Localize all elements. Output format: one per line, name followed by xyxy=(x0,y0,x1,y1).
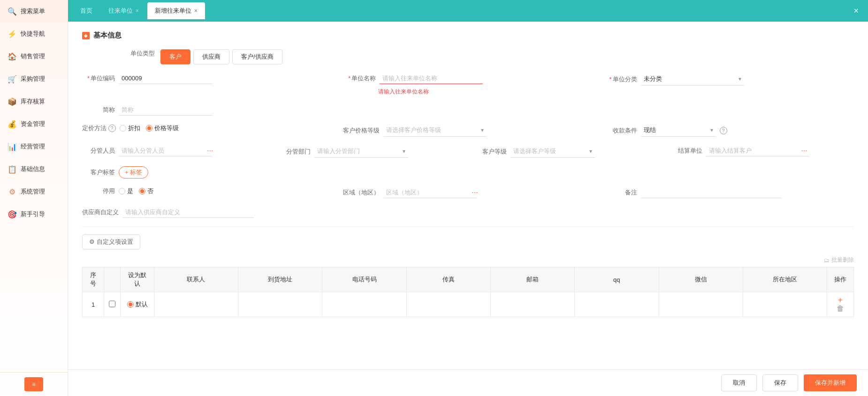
batch-delete-label[interactable]: 批量删除 xyxy=(831,256,854,264)
unit-name-input[interactable] xyxy=(380,73,483,84)
settlement-dots-btn[interactable]: ··· xyxy=(799,147,809,155)
region-input-group: ··· xyxy=(383,187,477,198)
supplier-custom-row: 供应商自定义 xyxy=(82,207,854,218)
row-phone-input[interactable] xyxy=(327,301,401,308)
region-label: 区域（地区） xyxy=(343,188,380,197)
finance-icon: 💰 xyxy=(8,119,17,129)
row-address-input[interactable] xyxy=(243,301,317,308)
unit-code-label: *单位编码 xyxy=(82,74,115,83)
customer-level-chevron: ▾ xyxy=(589,148,592,155)
section-header: ◆ 基本信息 xyxy=(82,31,854,40)
department-chevron: ▾ xyxy=(403,148,405,155)
tab-home[interactable]: 首页 xyxy=(73,2,100,19)
sidebar-label-operations: 经营管理 xyxy=(21,142,45,151)
disabled-radio-yes[interactable]: 是 xyxy=(119,187,133,195)
row-contact xyxy=(154,292,238,317)
customer-price-level-select[interactable]: 请选择客户价格等级 ▾ xyxy=(383,124,487,137)
sidebar-label-finance: 资金管理 xyxy=(21,120,45,128)
window-close-btn[interactable]: × xyxy=(849,6,863,16)
sidebar-item-basic-info[interactable]: 📋 基础信息 xyxy=(0,158,68,180)
sidebar-label-system: 系统管理 xyxy=(21,187,45,196)
settlement-unit-input[interactable] xyxy=(706,145,798,156)
unit-code-input[interactable] xyxy=(119,73,213,84)
customer-tag-row: 客户标签 + 标签 xyxy=(82,166,854,179)
sidebar-item-sales[interactable]: 🏠 销售管理 xyxy=(0,45,68,68)
unit-type-both-btn[interactable]: 客户/供应商 xyxy=(232,49,282,64)
department-group: 分管部门 请输入分管部门 ▾ xyxy=(278,145,462,158)
supplier-custom-input[interactable] xyxy=(122,207,254,218)
save-new-button[interactable]: 保存并新增 xyxy=(804,374,857,391)
sidebar-item-inventory[interactable]: 📦 库存核算 xyxy=(0,90,68,113)
unit-type-supplier-btn[interactable]: 供应商 xyxy=(193,49,229,64)
sidebar-label-purchase: 采购管理 xyxy=(21,75,45,83)
sidebar-item-operations[interactable]: 📊 经营管理 xyxy=(0,135,68,158)
payment-terms-select[interactable]: 现结 ▾ xyxy=(641,124,716,137)
pricing-help-icon[interactable]: ? xyxy=(108,124,116,132)
tab-counterparty[interactable]: 往来单位 × xyxy=(101,2,146,19)
basic-info-icon: 📋 xyxy=(8,164,17,174)
section-title: 基本信息 xyxy=(93,31,122,40)
row-delete-btn[interactable]: 🗑 xyxy=(836,304,845,312)
department-select[interactable]: 请输入分管部门 ▾ xyxy=(314,145,408,158)
divider xyxy=(82,226,854,227)
payment-terms-help-icon[interactable]: ? xyxy=(720,127,727,134)
shortname-input[interactable] xyxy=(119,104,213,116)
region-input[interactable] xyxy=(383,187,468,198)
sidebar-expand-btn[interactable]: ≡ xyxy=(24,377,43,391)
disabled-radio-no[interactable]: 否 xyxy=(139,187,153,195)
row-add-btn[interactable]: + xyxy=(837,296,843,304)
remarks-input[interactable] xyxy=(641,187,782,198)
pricing-radio-discount[interactable]: 折扣 xyxy=(120,124,140,132)
search-icon: 🔍 xyxy=(8,7,17,16)
customer-level-select[interactable]: 请选择客户等级 ▾ xyxy=(510,145,595,158)
disabled-no-circle xyxy=(139,188,145,194)
unit-category-chevron: ▾ xyxy=(739,76,741,82)
row-fax xyxy=(406,292,490,317)
row-seq: 1 xyxy=(83,292,104,317)
col-seq: 序号 xyxy=(83,267,104,292)
price-level-label: 价格等级 xyxy=(154,124,179,132)
operations-icon: 📊 xyxy=(8,142,17,151)
manager-input[interactable] xyxy=(119,145,203,156)
row-qq-input[interactable] xyxy=(579,301,654,308)
price-level-radio-circle xyxy=(146,125,152,132)
quick-nav-icon: ⚡ xyxy=(8,29,17,39)
tab-counterparty-close[interactable]: × xyxy=(136,8,139,14)
sidebar-label-basic-info: 基础信息 xyxy=(21,165,45,173)
sidebar-label-quick-nav: 快捷导航 xyxy=(21,30,45,38)
row-default-radio[interactable]: 默认 xyxy=(125,300,149,309)
price-level-dot xyxy=(147,126,151,130)
sidebar-item-purchase[interactable]: 🛒 采购管理 xyxy=(0,68,68,90)
region-dots-btn[interactable]: ··· xyxy=(470,188,480,197)
row-contact-input[interactable] xyxy=(159,301,233,308)
sidebar-label-inventory: 库存核算 xyxy=(21,97,45,106)
sidebar-item-search[interactable]: 🔍 搜索菜单 xyxy=(0,0,68,23)
manager-row: 分管人员 ··· 分管部门 请输入分管部门 ▾ 客户等级 请选择客户等级 xyxy=(82,145,854,158)
sidebar-item-quick-nav[interactable]: ⚡ 快捷导航 xyxy=(0,23,68,45)
add-tag-btn[interactable]: + 标签 xyxy=(119,166,148,179)
row-fax-input[interactable] xyxy=(411,301,486,308)
cancel-button[interactable]: 取消 xyxy=(721,374,757,391)
col-wechat: 微信 xyxy=(659,267,743,292)
row-location-input[interactable] xyxy=(748,301,822,308)
sidebar-item-finance[interactable]: 💰 资金管理 xyxy=(0,113,68,135)
manager-dots-btn[interactable]: ··· xyxy=(205,147,215,155)
pricing-radio-price-level[interactable]: 价格等级 xyxy=(146,124,179,132)
row-default: 默认 xyxy=(121,292,154,317)
tab-new-counterparty-close[interactable]: × xyxy=(194,8,198,14)
row-checkbox-input[interactable] xyxy=(109,301,115,307)
unit-category-value: 未分类 xyxy=(644,75,737,83)
unit-type-customer-btn[interactable]: 客户 xyxy=(160,49,190,64)
payment-terms-label: 收款条件 xyxy=(604,126,637,135)
sidebar-item-system[interactable]: ⚙ 系统管理 xyxy=(0,180,68,203)
sidebar-item-beginner[interactable]: 🎯 新手引导 xyxy=(0,203,68,225)
manager-input-group: ··· xyxy=(119,145,213,156)
save-button[interactable]: 保存 xyxy=(762,374,798,391)
unit-category-select[interactable]: 未分类 ▾ xyxy=(641,73,744,85)
main-area: 首页 往来单位 × 新增往来单位 × × ◆ 基本信息 单位类型 客户 供应商 … xyxy=(68,0,868,396)
row-email-input[interactable] xyxy=(495,301,570,308)
col-phone: 电话号码 xyxy=(322,267,406,292)
tab-new-counterparty[interactable]: 新增往来单位 × xyxy=(147,2,205,19)
custom-settings-btn[interactable]: ⚙ 自定义项设置 xyxy=(82,234,140,249)
row-wechat-input[interactable] xyxy=(664,301,738,308)
